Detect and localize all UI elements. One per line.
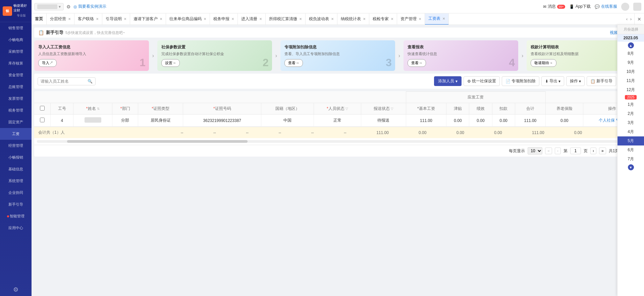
- sort-name-icon[interactable]: ⇅: [97, 107, 100, 111]
- settings-icon[interactable]: ⚙: [66, 4, 71, 9]
- tab-tax-stat[interactable]: 纳税统计表✕: [337, 13, 369, 25]
- horizontal-scrollbar[interactable]: [34, 138, 641, 145]
- last-page-btn[interactable]: »: [599, 147, 606, 154]
- tab-salary[interactable]: 工资表✕: [425, 13, 449, 25]
- step-5-btn[interactable]: 敬请期待→: [531, 59, 556, 67]
- month-8[interactable]: 8月: [618, 49, 644, 58]
- guide-video-btn[interactable]: 视频: [610, 30, 618, 36]
- tab-home[interactable]: 首页: [32, 13, 47, 25]
- sidebar-item-salary[interactable]: 工资: [0, 128, 32, 140]
- step-4-btn[interactable]: 查看→: [408, 59, 426, 67]
- sidebar-item-ecommerce[interactable]: 小畅电商: [0, 34, 32, 46]
- search-input[interactable]: [41, 79, 88, 84]
- tab-guide[interactable]: 引导说明✕: [102, 13, 130, 25]
- sidebar-item-inventory[interactable]: 库存核算: [0, 57, 32, 69]
- sidebar-item-sales[interactable]: 销售管理: [0, 22, 32, 34]
- guide-btn[interactable]: 📋 新手引导: [587, 76, 616, 86]
- export-btn[interactable]: ⬇ 导出 ▾: [541, 76, 564, 86]
- sidebar-item-purchase[interactable]: 采购管理: [0, 46, 32, 57]
- close-all-tabs-btn[interactable]: ✕: [634, 13, 644, 25]
- month-4[interactable]: 4月: [618, 127, 644, 136]
- sidebar-settings-btn[interactable]: ⚙: [0, 283, 32, 296]
- tab-close-goods[interactable]: ✕: [204, 17, 206, 21]
- month-2[interactable]: 2月: [618, 109, 644, 118]
- tab-customer[interactable]: 客户联络✕: [74, 13, 102, 25]
- tab-close-tax-report[interactable]: ✕: [231, 17, 234, 21]
- search-icon[interactable]: 🔍: [88, 79, 93, 84]
- demo-link[interactable]: ◎ 我要看实例演示: [73, 4, 106, 9]
- sidebar-item-finance[interactable]: 资金管理: [0, 69, 32, 81]
- month-7[interactable]: 7月: [618, 155, 644, 164]
- tab-close-clearance[interactable]: ✕: [259, 17, 262, 21]
- tab-close-tax-expert[interactable]: ✕: [391, 17, 393, 21]
- first-page-btn[interactable]: «: [545, 147, 552, 154]
- tab-close-tax-stat[interactable]: ✕: [363, 17, 366, 21]
- filter-status-icon[interactable]: ▽: [345, 107, 348, 111]
- operate-btn[interactable]: 操作 ▾: [566, 76, 585, 86]
- tab-tax-expert[interactable]: 税检专家✕: [369, 13, 397, 25]
- month-11[interactable]: 11月: [618, 76, 644, 85]
- personal-social-btn[interactable]: 个人社保: [599, 118, 615, 123]
- tab-close-invite[interactable]: ✕: [160, 17, 162, 21]
- social-security-setting-btn[interactable]: ⚙ 统一社保设置: [464, 76, 500, 86]
- tab-clearance[interactable]: 进入清册✕: [238, 13, 266, 25]
- month-1[interactable]: 1月: [618, 100, 644, 109]
- sidebar-item-operation[interactable]: 经营管理: [0, 140, 32, 152]
- month-10[interactable]: 10月: [618, 67, 644, 76]
- step-3-btn[interactable]: 查看→: [284, 59, 303, 67]
- tab-close-partition[interactable]: ✕: [68, 17, 71, 21]
- filter-send-icon[interactable]: ▽: [391, 107, 393, 111]
- tab-close-asset[interactable]: ✕: [419, 17, 421, 21]
- next-page-btn[interactable]: ›: [590, 147, 596, 154]
- month-5[interactable]: 5月: [618, 136, 644, 145]
- prev-page-btn[interactable]: ‹: [555, 147, 561, 154]
- tab-close-customer[interactable]: ✕: [96, 17, 99, 21]
- select-all-checkbox[interactable]: [40, 106, 45, 111]
- tab-close-salary[interactable]: ✕: [442, 17, 445, 20]
- company-selector[interactable]: ▾: [34, 3, 64, 10]
- tabbar-nav-arrows: ‹ ›: [624, 16, 634, 22]
- tab-asset[interactable]: 资产管理✕: [397, 13, 425, 25]
- sidebar-item-report[interactable]: 小畅报销: [0, 152, 32, 163]
- message-btn[interactable]: ✉ 消息 99+: [543, 4, 565, 9]
- tab-tax-calc[interactable]: 所得税汇算清缴✕: [266, 13, 306, 25]
- tab-goods[interactable]: 往来单位商品编码✕: [166, 13, 210, 25]
- sidebar-item-smart[interactable]: 智能管理: [0, 210, 32, 222]
- step-arrow-3: ›: [397, 40, 401, 71]
- month-nav-up[interactable]: ▲: [628, 42, 634, 48]
- tab-close-tax-calc[interactable]: ✕: [299, 17, 302, 21]
- month-12[interactable]: 12月: [618, 85, 644, 94]
- month-6[interactable]: 6月: [618, 145, 644, 155]
- add-person-btn[interactable]: 添加人员 ▾: [434, 76, 462, 86]
- month-nav-down[interactable]: ▼: [628, 164, 634, 170]
- tab-scroll-right[interactable]: ›: [629, 16, 633, 22]
- sidebar-item-tax[interactable]: 税务管理: [0, 104, 32, 116]
- tab-tax-report[interactable]: 税务申报✕: [210, 13, 238, 25]
- app-download-btn[interactable]: 📱 App下载: [569, 4, 591, 9]
- tab-partition[interactable]: 分层经营✕: [47, 13, 74, 25]
- sidebar-item-assets[interactable]: 固定资产: [0, 116, 32, 128]
- sidebar-item-basic[interactable]: 基础信息: [0, 163, 32, 175]
- sidebar-item-system[interactable]: 系统管理: [0, 175, 32, 187]
- step-1-btn[interactable]: 导入↗: [38, 59, 57, 67]
- row-select-checkbox[interactable]: [40, 118, 45, 122]
- tab-close-guide[interactable]: ✕: [124, 17, 126, 21]
- page-size-select[interactable]: 10 20 50: [528, 147, 542, 155]
- page-number-input[interactable]: [570, 147, 581, 154]
- sidebar-item-cooperation[interactable]: 企业协同: [0, 187, 32, 199]
- month-9[interactable]: 9月: [618, 58, 644, 67]
- sidebar-item-ledger[interactable]: 总账管理: [0, 81, 32, 93]
- sidebar-item-guide[interactable]: 新手引导: [0, 199, 32, 210]
- sidebar-item-invoice[interactable]: 发票管理: [0, 93, 32, 104]
- month-3[interactable]: 3月: [618, 118, 644, 127]
- online-service-btn[interactable]: 💬 在线客服: [595, 4, 617, 9]
- sidebar-item-appstore[interactable]: 应用中心: [0, 222, 32, 234]
- tab-close-tax-exempt[interactable]: ✕: [331, 17, 334, 21]
- user-menu-btn[interactable]: [633, 3, 641, 11]
- user-avatar[interactable]: [621, 3, 629, 11]
- tab-scroll-left[interactable]: ‹: [625, 16, 629, 22]
- special-deduction-btn[interactable]: 📄 专项附加扣除: [502, 76, 539, 86]
- step-2-btn[interactable]: 设置→: [161, 59, 180, 67]
- tab-invite[interactable]: 邀请下游客户✕: [130, 13, 166, 25]
- tab-tax-exempt[interactable]: 税负波动表✕: [306, 13, 337, 25]
